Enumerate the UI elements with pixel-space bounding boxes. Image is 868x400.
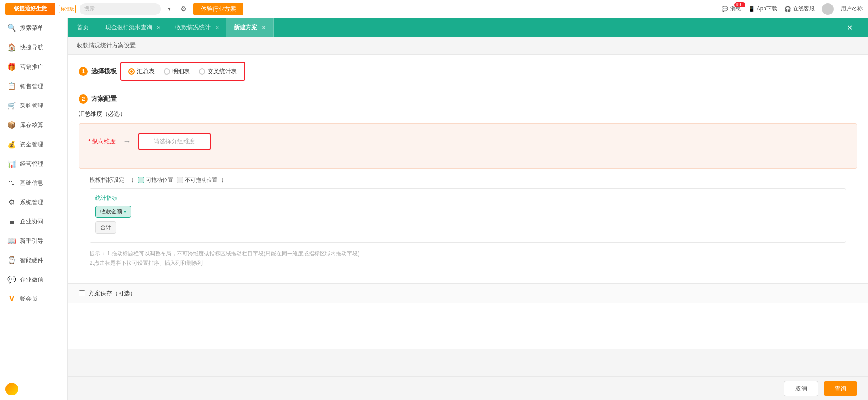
enterprise-icon: 🖥 — [7, 217, 16, 226]
top-bar-right: 💬 消息 99+ 📱 App下载 🎧 在线客服 用户名称 — [722, 3, 863, 15]
tab-collection[interactable]: 收款情况统计 × — [168, 18, 226, 37]
cashflow-tab-label: 现金银行流水查询 — [105, 24, 152, 32]
brand-logo: 畅捷通好生意 — [5, 3, 55, 15]
sidebar-item-label: 系统管理 — [20, 198, 43, 207]
indicator-title: 模板指标设定 — [90, 176, 125, 184]
top-bar: 畅捷通好生意 标准版 搜索 ▾ ⚙ 体验行业方案 💬 消息 99+ 📱 App下… — [0, 0, 868, 18]
sidebar-item-guide[interactable]: 📖 新手引导 — [0, 231, 67, 250]
radio-summary-circle — [128, 68, 135, 75]
dropdown-icon[interactable]: ▾ — [165, 5, 174, 14]
home-tab-label: 首页 — [77, 24, 89, 32]
sidebar-item-member[interactable]: V 畅会员 — [0, 289, 67, 308]
sidebar-item-purchase[interactable]: 🛒 采购管理 — [0, 96, 67, 115]
sidebar-avatar-area — [0, 378, 67, 400]
sidebar-item-finance[interactable]: 💰 资金管理 — [0, 135, 67, 154]
newplan-tab-close[interactable]: × — [262, 24, 265, 31]
sidebar-item-label: 企业微信 — [20, 276, 43, 284]
form-container: 收款情况统计方案设置 1 选择模板 汇总表 — [68, 37, 868, 349]
collection-tab-close[interactable]: × — [215, 24, 219, 31]
sidebar-item-sales[interactable]: 📋 销售管理 — [0, 76, 67, 96]
tag-dropdown-icon: ▾ — [124, 209, 126, 214]
radio-cross[interactable]: 交叉统计表 — [199, 67, 237, 75]
gear-icon[interactable]: ⚙ — [177, 3, 190, 15]
save-label: 方案保存（可选） — [89, 289, 136, 297]
sidebar-item-label: 销售管理 — [20, 82, 43, 90]
cashflow-tab-close[interactable]: × — [157, 24, 160, 31]
close-window-icon[interactable]: ✕ — [847, 24, 853, 32]
indicator-subtag: 合计 — [95, 221, 116, 234]
indicator-section: 模板指标设定 （ 可拖动位置 不可拖动位置 ） — [79, 176, 857, 250]
radio-summary[interactable]: 汇总表 — [128, 67, 155, 75]
indicator-tags: 收款金额 ▾ — [95, 206, 840, 218]
sidebar-item-enterprise[interactable]: 🖥 企业协同 — [0, 212, 67, 231]
username: 用户名称 — [841, 5, 863, 13]
tab-cashflow[interactable]: 现金银行流水查询 × — [98, 18, 168, 37]
expand-icon[interactable]: ⛶ — [856, 24, 863, 32]
gift-icon: 🎁 — [7, 62, 16, 71]
tab-home[interactable]: 首页 — [68, 18, 98, 37]
step2-num: 2 — [79, 94, 88, 104]
step1-num: 1 — [79, 67, 88, 76]
sidebar-item-nav[interactable]: 🏠 快捷导航 — [0, 38, 67, 57]
inventory-icon: 📦 — [7, 121, 16, 129]
dimension-row: * 纵向维度 → 请选择分组维度 — [88, 133, 848, 150]
member-icon: V — [7, 295, 16, 303]
sidebar-item-search[interactable]: 🔍 搜索菜单 — [0, 18, 67, 38]
sidebar-item-marketing[interactable]: 🎁 营销推广 — [0, 57, 67, 76]
cancel-button[interactable]: 取消 — [784, 381, 818, 396]
sidebar-item-label: 快捷导航 — [20, 43, 43, 52]
tip-1: 提示： 1.拖动标题栏可以调整布局，不可跨维度或指标区域拖动栏目字段(只能在同一… — [90, 250, 846, 258]
guide-icon: 📖 — [7, 236, 16, 245]
sidebar-item-label: 资金管理 — [20, 141, 43, 149]
radio-detail[interactable]: 明细表 — [164, 67, 190, 75]
avatar[interactable] — [822, 3, 834, 15]
sidebar-item-label: 库存核算 — [20, 121, 43, 129]
legend-draggable: 可拖动位置 — [138, 176, 173, 184]
industry-btn[interactable]: 体验行业方案 — [193, 3, 243, 15]
tab-newplan[interactable]: 新建方案 × — [226, 18, 273, 37]
query-button[interactable]: 查询 — [824, 381, 857, 396]
hardware-icon: ⌚ — [7, 256, 16, 264]
dimension-area: * 纵向维度 → 请选择分组维度 — [79, 123, 857, 169]
sidebar-item-inventory[interactable]: 📦 库存核算 — [0, 115, 67, 135]
sidebar-item-label: 搜索菜单 — [20, 24, 43, 32]
dimension-input[interactable]: 请选择分组维度 — [138, 133, 211, 150]
radio-summary-label: 汇总表 — [137, 67, 155, 75]
radio-detail-label: 明细表 — [172, 67, 190, 75]
form-title: 收款情况统计方案设置 — [77, 42, 136, 49]
save-section: 方案保存（可选） — [68, 283, 868, 303]
basic-icon: 🗂 — [7, 179, 16, 187]
sidebar-item-basic[interactable]: 🗂 基础信息 — [0, 174, 67, 193]
brand-tag: 标准版 — [59, 5, 76, 13]
tab-bar-actions: ✕ ⛶ — [842, 18, 868, 37]
indicator-bracket-close: ） — [221, 176, 227, 184]
search-bar[interactable]: 搜索 — [80, 3, 161, 15]
message-btn[interactable]: 💬 消息 99+ — [722, 5, 741, 13]
step2-title: 方案配置 — [91, 95, 117, 103]
sidebar-item-label: 营销推广 — [20, 63, 43, 71]
sidebar-avatar — [5, 383, 18, 395]
sidebar-item-system[interactable]: ⚙ 系统管理 — [0, 193, 67, 212]
indicator-box: 统计指标 收款金额 ▾ 合计 — [90, 188, 846, 243]
service-btn[interactable]: 🎧 在线客服 — [784, 5, 815, 13]
sidebar-item-label: 新手引导 — [20, 237, 43, 245]
bottom-bar: 取消 查询 — [68, 376, 868, 400]
sidebar-item-label: 基础信息 — [20, 179, 43, 187]
sidebar-item-wechat[interactable]: 💬 企业微信 — [0, 270, 67, 289]
sidebar-item-hardware[interactable]: ⌚ 智能硬件 — [0, 250, 67, 270]
config-subtitle: 汇总维度（必选） — [79, 110, 857, 118]
legend-non-draggable-label: 不可拖动位置 — [185, 176, 217, 184]
dimension-arrow-icon: → — [123, 137, 131, 146]
stat-label: 统计指标 — [95, 194, 840, 202]
radio-group: 汇总表 明细表 交叉统计表 — [128, 67, 237, 75]
search-icon: 🔍 — [7, 24, 16, 32]
step2-label: 2 方案配置 — [79, 94, 857, 104]
save-checkbox[interactable] — [79, 290, 85, 296]
finance-icon: 💰 — [7, 140, 16, 149]
tips-section: 提示： 1.拖动标题栏可以调整布局，不可跨维度或指标区域拖动栏目字段(只能在同一… — [79, 250, 857, 276]
indicator-subtag-area: 合计 — [95, 221, 840, 234]
sidebar-item-management[interactable]: 📊 经营管理 — [0, 154, 67, 174]
indicator-tag-amount[interactable]: 收款金额 ▾ — [95, 206, 131, 218]
message-badge: 99+ — [734, 2, 745, 7]
download-btn[interactable]: 📱 App下载 — [748, 5, 777, 13]
